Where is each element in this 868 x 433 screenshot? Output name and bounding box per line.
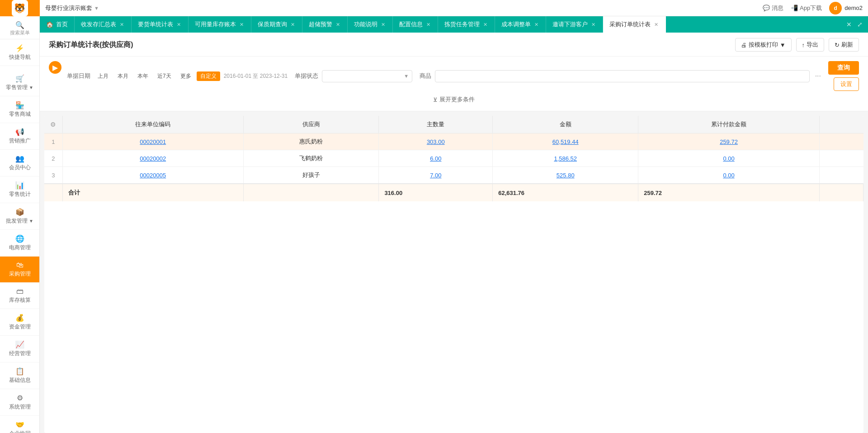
row-amount[interactable]: 1,586.52: [493, 150, 638, 167]
row-qty[interactable]: 7.00: [379, 167, 493, 184]
tab-pick-task[interactable]: 拣货任务管理 ✕: [438, 16, 495, 33]
tab-function-desc-close[interactable]: ✕: [380, 22, 386, 28]
date-shortcut-more[interactable]: 更多: [177, 71, 195, 81]
date-range-text: 2016-01-01 至 2023-12-31: [224, 72, 288, 80]
shortcut-icon: ⚡: [15, 44, 24, 52]
th-amount: 金额: [493, 116, 638, 133]
tab-close-all-btn[interactable]: ✕: [844, 19, 854, 30]
tab-cost-adjust-label: 成本调整单: [501, 20, 531, 29]
row-paid[interactable]: 0.00: [638, 167, 819, 184]
filter-area: ▶ 单据日期 上月 本月 本年 近7天 更多 自定义: [40, 57, 868, 111]
sidebar-item-shortcut[interactable]: ⚡ 快捷导航: [0, 39, 39, 66]
gear-icon[interactable]: ⚙: [50, 121, 56, 128]
row-amount[interactable]: 60,519.44: [493, 133, 638, 150]
tab-overstock-close[interactable]: ✕: [335, 22, 341, 28]
tab-expand-btn[interactable]: ⤢: [855, 19, 864, 30]
tab-purchase-summary[interactable]: 采购订单统计表 ✕: [603, 16, 666, 33]
tab-home[interactable]: 🏠 首页: [40, 16, 75, 33]
user-menu[interactable]: d demo2: [829, 2, 863, 14]
tab-purchase-summary-close[interactable]: ✕: [653, 22, 659, 28]
tab-invite-downstream-close[interactable]: ✕: [590, 22, 596, 28]
sidebar-item-retail[interactable]: 🛒 零售管理 ▼: [0, 70, 39, 96]
tab-order-summary[interactable]: 要货单统计表 ✕: [132, 16, 189, 33]
sidebar-item-ecommerce[interactable]: 🌐 电商管理: [0, 230, 39, 257]
retail-shop-icon: 🏪: [15, 101, 24, 109]
row-code[interactable]: 00020001: [62, 133, 243, 150]
finance-label: 资金管理: [9, 323, 31, 331]
tab-expiry-close[interactable]: ✕: [290, 22, 296, 28]
table-row: 1 00020001 惠氏奶粉 303.00 60,519.44 259.72: [44, 133, 863, 150]
row-amount[interactable]: 525.80: [493, 167, 638, 184]
tab-cost-adjust-close[interactable]: ✕: [533, 22, 539, 28]
tab-invite-downstream[interactable]: 邀请下游客户 ✕: [546, 16, 603, 33]
row-no: 2: [44, 150, 62, 167]
home-icon: 🏠: [46, 21, 53, 28]
status-filter-label: 单据状态: [295, 72, 318, 80]
tab-receive-summary-label: 收发存汇总表: [81, 20, 116, 29]
sidebar-item-system[interactable]: ⚙ 系统管理: [0, 389, 39, 416]
sidebar-item-basic[interactable]: 📋 基础信息: [0, 362, 39, 389]
sidebar-item-retail-shop[interactable]: 🏪 零售商城: [0, 96, 39, 123]
goods-input[interactable]: [435, 70, 810, 82]
sidebar-item-purchase[interactable]: 🛍 采购管理: [0, 257, 39, 283]
row-paid[interactable]: 259.72: [638, 133, 819, 150]
filter-toggle-btn[interactable]: ▶: [49, 61, 61, 74]
tab-available-stock[interactable]: 可用量库存账本 ✕: [189, 16, 251, 33]
sidebar-item-retail-stat[interactable]: 📊 零售统计: [0, 176, 39, 203]
workspace-selector[interactable]: 母婴行业演示账套 ▼: [45, 4, 759, 12]
summary-row: 合计 316.00 62,631.76 259.72: [44, 184, 863, 201]
settings-btn[interactable]: 设置: [834, 77, 859, 91]
sidebar-search[interactable]: 🔍 搜索菜单: [0, 16, 39, 39]
tab-cost-adjust[interactable]: 成本调整单 ✕: [495, 16, 546, 33]
app-download-btn[interactable]: 📲 App下载: [791, 4, 822, 12]
row-qty[interactable]: 6.00: [379, 150, 493, 167]
date-shortcut-this-year[interactable]: 本年: [134, 71, 152, 81]
tab-available-stock-close[interactable]: ✕: [239, 22, 245, 28]
message-btn[interactable]: 💬 消息: [763, 4, 783, 12]
row-code[interactable]: 00020005: [62, 167, 243, 184]
tab-receive-summary[interactable]: 收发存汇总表 ✕: [75, 16, 132, 33]
status-select[interactable]: [322, 70, 412, 82]
sidebar-item-operation[interactable]: 📈 经营管理: [0, 336, 39, 362]
goods-more-icon[interactable]: ···: [815, 72, 821, 80]
retail-chevron: ▼: [29, 85, 33, 90]
retail-stat-icon: 📊: [15, 181, 24, 190]
row-no: 1: [44, 133, 62, 150]
date-shortcut-this-month[interactable]: 本月: [114, 71, 132, 81]
sidebar: 🐯 🔍 搜索菜单 ⚡ 快捷导航 🛒 零售管理 ▼ 🏪 零售商城 📢 营销推广 👥…: [0, 0, 40, 433]
search-btn[interactable]: 查询: [828, 61, 859, 75]
tab-config[interactable]: 配置信息 ✕: [393, 16, 438, 33]
sidebar-item-inventory[interactable]: 🗃 库存核算: [0, 283, 39, 309]
sidebar-item-enterprise[interactable]: 🤝 企业协同: [0, 416, 39, 433]
tab-receive-summary-close[interactable]: ✕: [119, 22, 125, 28]
tab-pick-task-close[interactable]: ✕: [482, 22, 488, 28]
sidebar-item-finance[interactable]: 💰 资金管理: [0, 309, 39, 336]
table-body: 1 00020001 惠氏奶粉 303.00 60,519.44 259.72 …: [44, 133, 863, 184]
tab-expiry[interactable]: 保质期查询 ✕: [251, 16, 302, 33]
row-code[interactable]: 00020002: [62, 150, 243, 167]
refresh-btn[interactable]: ↻ 刷新: [829, 38, 859, 52]
tab-bar-end: ✕ ⤢: [841, 16, 868, 33]
system-icon: ⚙: [17, 394, 23, 402]
expand-more-btn[interactable]: ⊻ 展开更多条件: [429, 94, 478, 105]
export-btn[interactable]: ↑ 导出: [796, 38, 825, 52]
template-print-btn[interactable]: 🖨 按模板打印 ▼: [735, 38, 792, 52]
date-shortcut-7days[interactable]: 近7天: [154, 71, 175, 81]
tab-overstock[interactable]: 超储预警 ✕: [302, 16, 348, 33]
th-gear[interactable]: ⚙: [44, 116, 62, 133]
date-shortcuts: 上月 本月 本年 近7天 更多 自定义: [94, 71, 220, 81]
tab-order-summary-close[interactable]: ✕: [176, 22, 182, 28]
tab-function-desc[interactable]: 功能说明 ✕: [348, 16, 393, 33]
refresh-label: 刷新: [841, 41, 853, 49]
sidebar-item-batch[interactable]: 📦 批发管理 ▼: [0, 203, 39, 230]
row-qty[interactable]: 303.00: [379, 133, 493, 150]
date-shortcut-last-month[interactable]: 上月: [94, 71, 112, 81]
date-custom-tag[interactable]: 自定义: [197, 71, 220, 81]
sidebar-item-marketing[interactable]: 📢 营销推广: [0, 123, 39, 150]
row-paid[interactable]: 0.00: [638, 150, 819, 167]
sidebar-item-member[interactable]: 👥 会员中心: [0, 150, 39, 176]
tab-overstock-label: 超储预警: [309, 20, 332, 29]
expand-more-label: 展开更多条件: [439, 95, 475, 104]
summary-spacer: [819, 184, 863, 201]
tab-config-close[interactable]: ✕: [425, 22, 431, 28]
